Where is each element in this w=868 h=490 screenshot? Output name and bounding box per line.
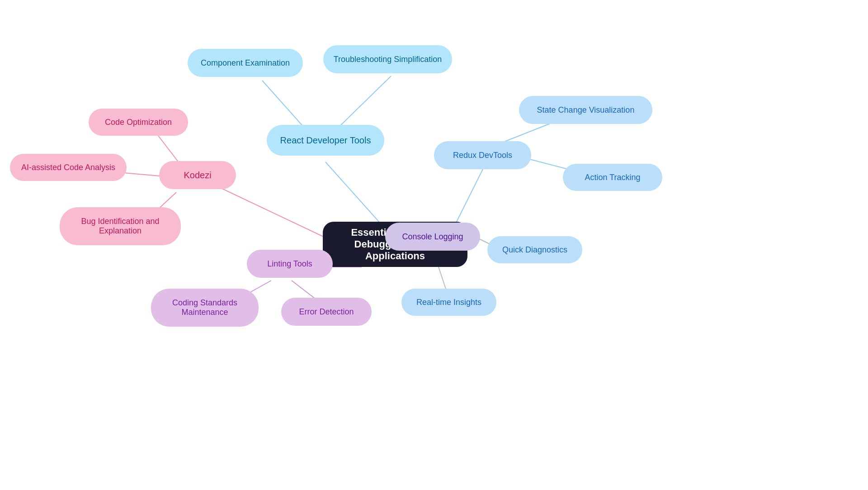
react-dev-tools-label: React Developer Tools — [280, 135, 371, 146]
coding-standards-node: Coding Standards Maintenance — [151, 289, 259, 327]
redux-devtools-label: Redux DevTools — [453, 151, 512, 160]
console-logging-label: Console Logging — [402, 232, 463, 242]
redux-devtools-node: Redux DevTools — [434, 141, 531, 169]
react-dev-tools-node: React Developer Tools — [267, 125, 384, 156]
code-optimization-node: Code Optimization — [89, 109, 188, 136]
quick-diagnostics-label: Quick Diagnostics — [502, 245, 567, 255]
linting-tools-node: Linting Tools — [247, 250, 333, 278]
svg-line-2 — [335, 76, 391, 131]
ai-code-analysis-label: AI-assisted Code Analysis — [21, 163, 115, 172]
ai-code-analysis-node: AI-assisted Code Analysis — [10, 154, 127, 181]
bug-identification-node: Bug Identification and Explanation — [60, 207, 181, 245]
console-logging-node: Console Logging — [385, 223, 480, 251]
troubleshooting-node: Troubleshooting Simplification — [323, 45, 452, 73]
coding-standards-label: Coding Standards Maintenance — [161, 298, 249, 317]
action-tracking-node: Action Tracking — [563, 164, 662, 191]
svg-line-1 — [262, 81, 307, 131]
svg-line-3 — [452, 158, 488, 231]
kodezi-node: Kodezi — [159, 161, 236, 189]
error-detection-label: Error Detection — [299, 307, 354, 317]
realtime-insights-node: Real-time Insights — [401, 289, 496, 316]
component-examination-label: Component Examination — [201, 58, 290, 68]
action-tracking-label: Action Tracking — [585, 173, 640, 182]
component-examination-node: Component Examination — [188, 49, 303, 77]
linting-tools-label: Linting Tools — [267, 259, 312, 269]
realtime-insights-label: Real-time Insights — [416, 298, 481, 307]
kodezi-label: Kodezi — [184, 170, 211, 181]
error-detection-node: Error Detection — [281, 298, 372, 326]
code-optimization-label: Code Optimization — [105, 118, 172, 127]
state-change-node: State Change Visualization — [519, 96, 652, 124]
state-change-label: State Change Visualization — [537, 105, 635, 115]
bug-identification-label: Bug Identification and Explanation — [70, 217, 171, 236]
quick-diagnostics-node: Quick Diagnostics — [487, 236, 582, 263]
troubleshooting-label: Troubleshooting Simplification — [334, 55, 442, 64]
